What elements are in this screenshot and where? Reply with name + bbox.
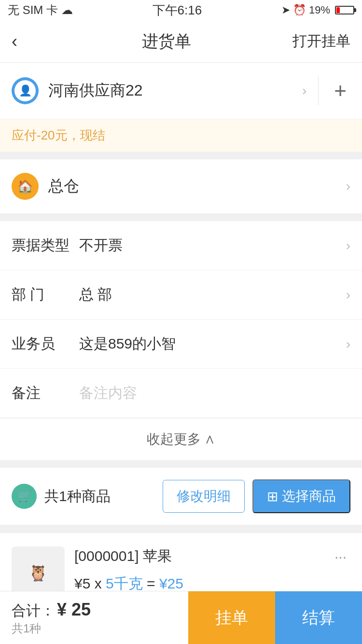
department-value: 总 部	[79, 285, 346, 305]
bottom-bar: 合计： ¥ 25 共1种 挂单 结算	[0, 591, 362, 644]
select-label: 选择商品	[282, 487, 336, 505]
alarm-icon: ⏰	[293, 4, 306, 16]
nav-bar: ‹ 进货单 打开挂单	[0, 20, 362, 63]
open-pending-button[interactable]: 打开挂单	[292, 31, 350, 51]
equals: =	[143, 575, 159, 591]
product-info: [0000001] 苹果 ¥5 x 5千克 = ¥25	[74, 546, 331, 594]
product-default-image: 🦉	[28, 564, 48, 582]
edit-detail-button[interactable]: 修改明细	[163, 480, 245, 513]
total-count: 共1种	[12, 621, 177, 636]
product-section: 🛒 共1种商品 修改明细 ⊞ 选择商品	[0, 468, 362, 525]
product-menu-button[interactable]: ···	[331, 546, 350, 567]
select-product-button[interactable]: ⊞ 选择商品	[252, 479, 350, 513]
warehouse-name: 总仓	[48, 176, 346, 197]
product-code: [0000001] 苹果	[74, 548, 172, 564]
product-count: 共1种商品	[44, 487, 163, 506]
content: 👤 河南供应商22 › + 应付-20元，现结 🏠 总仓 › 票据类型 不开票 …	[0, 63, 362, 644]
warehouse-row[interactable]: 🏠 总仓 ›	[0, 159, 362, 213]
chevron-right-icon: ›	[346, 287, 350, 303]
form-card: 票据类型 不开票 › 部 门 总 部 › 业务员 这是859的小智 › 备注 备…	[0, 221, 362, 460]
supplier-card: 👤 河南供应商22 › + 应付-20元，现结	[0, 63, 362, 152]
status-right: ➤ ⏰ 19%	[281, 4, 354, 16]
chevron-right-icon: ›	[346, 179, 350, 194]
total-label: 合计：	[12, 601, 55, 621]
supplier-avatar: 👤	[12, 77, 39, 104]
remark-label: 备注	[12, 383, 70, 403]
remark-row[interactable]: 备注 备注内容	[0, 369, 362, 418]
select-icon: ⊞	[267, 489, 278, 504]
salesperson-label: 业务员	[12, 334, 70, 354]
chevron-right-icon: ›	[346, 336, 350, 352]
supplier-row[interactable]: 👤 河南供应商22 › +	[0, 63, 362, 119]
add-supplier-button[interactable]: +	[330, 79, 350, 103]
department-label: 部 门	[12, 285, 70, 305]
product-header-icon: 🛒	[12, 484, 37, 509]
invoice-type-row[interactable]: 票据类型 不开票 ›	[0, 221, 362, 270]
salesperson-row[interactable]: 业务员 这是859的小智 ›	[0, 320, 362, 369]
remark-input[interactable]: 备注内容	[79, 383, 350, 403]
invoice-type-value: 不开票	[79, 236, 346, 255]
warehouse-icon: 🏠	[12, 173, 39, 200]
quantity: 5千克	[106, 575, 143, 591]
warehouse-card[interactable]: 🏠 总仓 ›	[0, 159, 362, 213]
home-icon: 🏠	[17, 179, 33, 194]
notice-bar: 应付-20元，现结	[0, 119, 362, 152]
status-time: 下午6:16	[153, 2, 202, 19]
product-name: [0000001] 苹果	[74, 546, 331, 566]
supplier-avatar-inner: 👤	[14, 80, 36, 101]
battery-icon	[335, 6, 354, 14]
status-bar: 无 SIM 卡 ☁ 下午6:16 ➤ ⏰ 19%	[0, 0, 362, 20]
status-left: 无 SIM 卡 ☁	[8, 2, 73, 18]
unit-price: ¥5 x	[74, 575, 106, 591]
user-icon: 👤	[19, 84, 32, 97]
cart-icon: 🛒	[18, 490, 31, 503]
location-icon: ➤	[281, 4, 290, 16]
total-value: ¥ 25	[57, 600, 91, 620]
total-section: 合计： ¥ 25 共1种	[0, 591, 188, 644]
back-button[interactable]: ‹	[12, 31, 41, 52]
vertical-divider	[318, 76, 319, 105]
chevron-right-icon: ›	[302, 83, 306, 98]
invoice-type-label: 票据类型	[12, 236, 70, 255]
supplier-name: 河南供应商22	[48, 80, 302, 101]
sim-status: 无 SIM 卡 ☁	[8, 2, 73, 18]
settle-button[interactable]: 结算	[275, 591, 362, 644]
department-row[interactable]: 部 门 总 部 ›	[0, 270, 362, 320]
chevron-right-icon: ›	[346, 238, 350, 253]
product-header: 🛒 共1种商品 修改明细 ⊞ 选择商品	[0, 468, 362, 525]
page-title: 进货单	[41, 30, 292, 53]
collapse-button[interactable]: 收起更多 ∧	[0, 418, 362, 460]
salesperson-value: 这是859的小智	[79, 334, 346, 354]
total-price: ¥25	[159, 575, 183, 591]
hang-order-button[interactable]: 挂单	[188, 591, 275, 644]
battery-percent: 19%	[309, 4, 330, 16]
